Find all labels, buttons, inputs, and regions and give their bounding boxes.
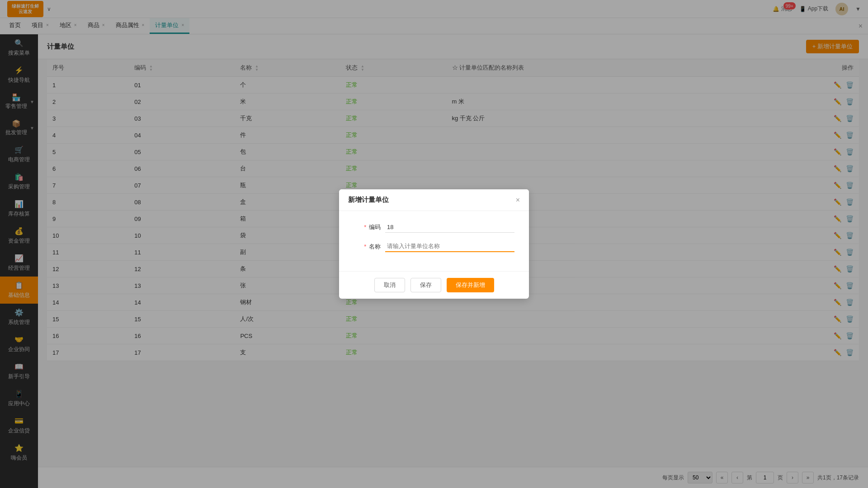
cancel-button[interactable]: 取消 [374,278,405,292]
code-label: * 编码 [354,223,381,231]
name-form-row: * 名称 [354,241,514,252]
save-button[interactable]: 保存 [410,278,441,292]
modal-overlay[interactable]: 新增计量单位 × * 编码 * 名称 取消 保存 保存并新增 [0,0,868,488]
code-input[interactable] [385,222,514,233]
code-form-row: * 编码 [354,222,514,233]
modal-header: 新增计量单位 × [339,189,529,211]
save-and-new-button[interactable]: 保存并新增 [447,278,494,292]
add-unit-modal: 新增计量单位 × * 编码 * 名称 取消 保存 保存并新增 [339,189,529,299]
name-input[interactable] [385,241,514,252]
modal-body: * 编码 * 名称 [339,211,529,271]
modal-footer: 取消 保存 保存并新增 [339,271,529,299]
modal-title: 新增计量单位 [348,196,389,204]
modal-close-btn[interactable]: × [516,196,520,204]
name-label: * 名称 [354,243,381,251]
